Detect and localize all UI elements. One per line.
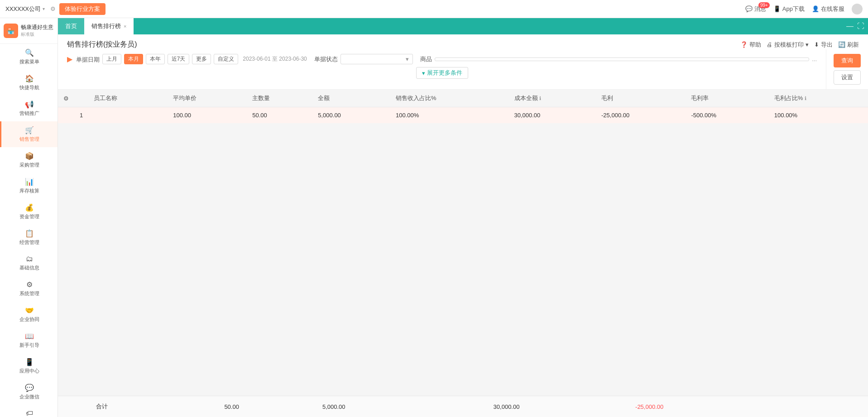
online-service-button[interactable]: 👤 在线客服 bbox=[812, 5, 844, 13]
last-7-days-btn[interactable]: 近7天 bbox=[168, 54, 190, 64]
date-filter-group: ▶ 单据日期 上月 本月 本年 近7天 更多 自定义 2023-06-01 至 … bbox=[67, 54, 307, 64]
sales-icon: 🛒 bbox=[25, 126, 34, 134]
tab-sales-rank-label: 销售排行榜 bbox=[91, 22, 121, 30]
tab-minimize-icon[interactable]: — bbox=[846, 22, 854, 30]
wechat-icon: 💬 bbox=[25, 383, 34, 392]
custom-date-btn[interactable]: 自定义 bbox=[214, 54, 238, 64]
trial-button[interactable]: 体验行业方案 bbox=[59, 3, 106, 15]
query-settings-section: 查询 设置 bbox=[826, 49, 868, 90]
export-button[interactable]: ⬇ 导出 bbox=[814, 41, 833, 49]
status-select[interactable]: ▾ bbox=[340, 54, 413, 64]
help-label: 帮助 bbox=[749, 41, 761, 49]
curr-month-btn[interactable]: 本月 bbox=[124, 54, 143, 64]
main-layout: 🏪 畅康通好生意 标准版 🔍 搜索菜单 🏠 快捷导航 📢 营销推广 🛒 销售管理… bbox=[0, 18, 868, 417]
sidebar-item-inventory[interactable]: 📊 库存核算 bbox=[0, 173, 58, 199]
app-icon: 📱 bbox=[773, 5, 781, 12]
tab-home-label: 首页 bbox=[65, 22, 77, 30]
filter-query-area: ▶ 单据日期 上月 本月 本年 近7天 更多 自定义 2023-06-01 至 … bbox=[58, 49, 868, 90]
finance-icon: 💰 bbox=[25, 203, 34, 212]
col-header-qty: 主数量 bbox=[247, 90, 312, 107]
collab-icon: 🤝 bbox=[25, 306, 34, 315]
message-icon: 💬 bbox=[745, 5, 753, 12]
expand-more-btn[interactable]: ▾ 展开更多条件 bbox=[416, 67, 468, 79]
sidebar-item-basic[interactable]: 🗂 基础信息 bbox=[0, 250, 58, 276]
row-cost: 30,000.00 bbox=[509, 107, 596, 124]
total-gross-rate bbox=[779, 400, 821, 413]
company-chevron-icon: ▾ bbox=[43, 6, 45, 11]
content-area: 首页 销售排行榜 × — ⛶ 销售排行榜(按业务员) ❓ 帮助 bbox=[58, 18, 868, 417]
refresh-button[interactable]: 🔄 刷新 bbox=[838, 41, 859, 49]
sidebar-item-marketing[interactable]: 📢 营销推广 bbox=[0, 96, 58, 121]
page-content: 销售排行榜(按业务员) ❓ 帮助 🖨 按模板打印 ▾ ⬇ 导出 bbox=[58, 34, 868, 417]
filter-more-icon[interactable]: ... bbox=[812, 56, 817, 62]
goods-filter-group: 商品 ... bbox=[420, 55, 817, 63]
sidebar-item-appstore[interactable]: 📱 应用中心 bbox=[0, 353, 58, 379]
help-button[interactable]: ❓ 帮助 bbox=[740, 41, 761, 49]
date-filter-label: ▶ 单据日期 bbox=[67, 55, 100, 64]
row-gross: -25,000.00 bbox=[596, 107, 686, 124]
message-button[interactable]: 💬 消息 99+ bbox=[745, 5, 766, 13]
row-amount: 5,000.00 bbox=[312, 107, 390, 124]
service-icon: 👤 bbox=[812, 5, 819, 12]
page-title: 销售排行榜(按业务员) bbox=[67, 40, 137, 49]
cost-info-icon[interactable]: ℹ bbox=[539, 96, 541, 101]
row-avg-price: 100.00 bbox=[168, 107, 247, 124]
goods-select[interactable] bbox=[435, 58, 809, 61]
col-header-gross-rate: 毛利率 bbox=[686, 90, 768, 107]
more-date-btn[interactable]: 更多 bbox=[192, 54, 211, 64]
company-selector[interactable]: XXXXXX公司 ▾ bbox=[5, 5, 45, 13]
sidebar-item-system[interactable]: ⚙ 系统管理 bbox=[0, 276, 58, 302]
col-header-name: 员工名称 bbox=[88, 90, 168, 107]
gross-pct-info-icon[interactable]: ℹ bbox=[805, 96, 806, 101]
date-range-display: 2023-06-01 至 2023-06-30 bbox=[243, 55, 307, 63]
page-actions: ❓ 帮助 🖨 按模板打印 ▾ ⬇ 导出 🔄 刷新 bbox=[740, 41, 859, 49]
query-button[interactable]: 查询 bbox=[834, 54, 861, 67]
sidebar-label-basic: 基础信息 bbox=[19, 264, 39, 271]
sidebar-label-collab: 企业协同 bbox=[19, 316, 39, 323]
expand-label: 展开更多条件 bbox=[427, 69, 462, 77]
page-header: 销售排行榜(按业务员) ❓ 帮助 🖨 按模板打印 ▾ ⬇ 导出 bbox=[58, 34, 868, 49]
app-download-button[interactable]: 📱 App下载 bbox=[773, 5, 805, 13]
settings-button[interactable]: 设置 bbox=[834, 70, 861, 85]
sidebar-item-operations[interactable]: 📋 经营管理 bbox=[0, 225, 58, 250]
sidebar-item-shortcut[interactable]: 🏠 快捷导航 bbox=[0, 70, 58, 96]
tab-sales-rank[interactable]: 销售排行榜 × bbox=[84, 18, 134, 34]
sidebar-label-guide: 新手引导 bbox=[19, 342, 39, 349]
tab-expand-icon[interactable]: ⛶ bbox=[857, 22, 864, 30]
top-bar-right: 💬 消息 99+ 📱 App下载 👤 在线客服 bbox=[745, 4, 863, 14]
sidebar-item-wechat[interactable]: 💬 企业微信 bbox=[0, 379, 58, 405]
orange-arrow-icon: ▶ bbox=[67, 55, 72, 63]
export-label: 导出 bbox=[821, 41, 833, 49]
tab-home[interactable]: 首页 bbox=[58, 18, 84, 34]
sidebar-item-finance[interactable]: 💰 资金管理 bbox=[0, 199, 58, 225]
sidebar-item-member[interactable]: 🏷 畅会员 bbox=[0, 405, 58, 417]
total-sales-pct bbox=[446, 400, 488, 413]
filter-section: ▶ 单据日期 上月 本月 本年 近7天 更多 自定义 2023-06-01 至 … bbox=[58, 49, 826, 90]
company-gear-icon[interactable]: ⚙ bbox=[50, 5, 56, 12]
sidebar-item-guide[interactable]: 📖 新手引导 bbox=[0, 327, 58, 353]
sidebar-label-wechat: 企业微信 bbox=[19, 393, 39, 400]
tab-bar: 首页 销售排行榜 × — ⛶ bbox=[58, 18, 868, 34]
tab-close-icon[interactable]: × bbox=[124, 24, 126, 29]
sidebar-label-sales: 销售管理 bbox=[19, 136, 39, 143]
row-settings bbox=[58, 107, 74, 124]
this-year-btn[interactable]: 本年 bbox=[146, 54, 165, 64]
sidebar-item-purchase[interactable]: 📦 采购管理 bbox=[0, 147, 58, 173]
sidebar-item-collab[interactable]: 🤝 企业协同 bbox=[0, 302, 58, 327]
table-settings-icon[interactable]: ⚙ bbox=[63, 95, 69, 102]
prev-month-btn[interactable]: 上月 bbox=[102, 54, 121, 64]
total-qty: 50.00 bbox=[219, 400, 317, 413]
export-icon: ⬇ bbox=[814, 41, 819, 48]
operations-icon: 📋 bbox=[25, 229, 34, 238]
avatar[interactable] bbox=[852, 4, 863, 14]
col-header-settings[interactable]: ⚙ bbox=[58, 90, 74, 107]
sidebar-item-sales[interactable]: 🛒 销售管理 bbox=[0, 121, 58, 147]
total-empty-settings bbox=[63, 400, 77, 413]
marketing-icon: 📢 bbox=[25, 100, 34, 109]
row-sales-pct: 100.00% bbox=[390, 107, 508, 124]
sidebar-item-search[interactable]: 🔍 搜索菜单 bbox=[0, 44, 58, 70]
sidebar-label-system: 系统管理 bbox=[19, 290, 39, 297]
total-cost: 30,000.00 bbox=[488, 400, 630, 413]
template-print-button[interactable]: 🖨 按模板打印 ▾ bbox=[767, 41, 809, 49]
sidebar-label-marketing: 营销推广 bbox=[19, 110, 39, 117]
